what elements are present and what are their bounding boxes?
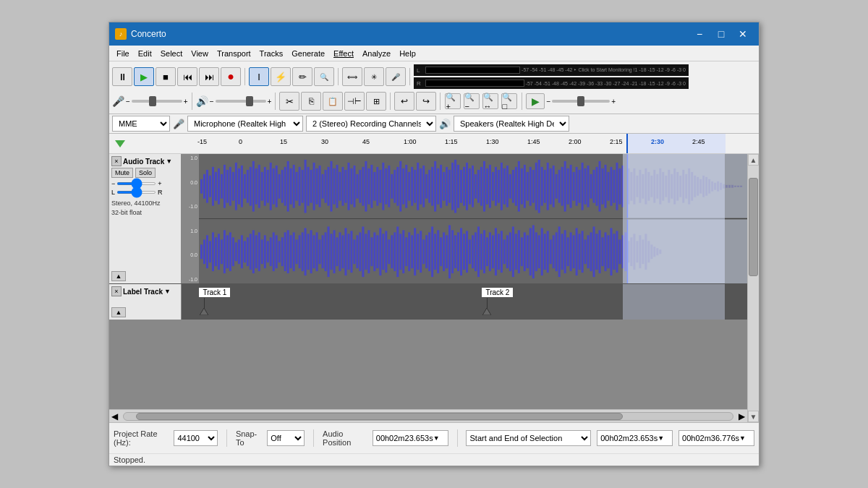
- ruler-label-current: 2:30: [651, 138, 664, 145]
- empty-track-area[interactable]: [109, 320, 747, 409]
- snap-to-select[interactable]: Off: [267, 430, 305, 446]
- scroll-left-btn[interactable]: ◀: [109, 411, 120, 421]
- input-gain-slider[interactable]: [132, 100, 182, 103]
- label-track-close[interactable]: ×: [111, 286, 122, 296]
- menu-analyze[interactable]: Analyze: [358, 48, 395, 59]
- svg-rect-39: [305, 160, 307, 213]
- ruler-label: 1:30: [486, 138, 499, 145]
- minimize-button[interactable]: −: [689, 24, 710, 44]
- silence-button[interactable]: ⊞: [366, 92, 386, 111]
- trim-button[interactable]: ⊣⊢: [344, 92, 365, 111]
- svg-rect-238: [333, 230, 336, 273]
- copy-button[interactable]: ⎘: [301, 92, 321, 111]
- record-button[interactable]: ●: [221, 67, 241, 86]
- svg-rect-113: [518, 161, 520, 212]
- multi-tool[interactable]: ⟺: [342, 67, 362, 86]
- cut-button[interactable]: ✂: [279, 92, 299, 111]
- scroll-right-btn[interactable]: ▶: [736, 411, 747, 421]
- track-gain-slider[interactable]: [116, 182, 156, 185]
- skip-back-button[interactable]: ⏮: [177, 67, 197, 86]
- envelope-tool[interactable]: ⚡: [271, 67, 291, 86]
- svg-rect-114: [521, 168, 523, 205]
- menu-select[interactable]: Select: [156, 48, 187, 59]
- speed-slider[interactable]: [552, 100, 610, 103]
- zoom-sel-button[interactable]: 🔍□: [501, 93, 517, 109]
- selection-mode-select[interactable]: Start and End of Selection: [466, 430, 591, 446]
- zoom-tool[interactable]: 🔍: [314, 67, 334, 86]
- sel-start-display[interactable]: 00h02m23.653s ▼: [597, 430, 673, 446]
- audio-track-expand[interactable]: ▲: [111, 271, 126, 281]
- redo-button[interactable]: ↪: [416, 92, 436, 111]
- track-pan-slider[interactable]: [116, 191, 156, 194]
- menu-view[interactable]: View: [187, 48, 213, 59]
- label-track-1-marker[interactable]: Track 1: [198, 287, 231, 315]
- h-scrollbar[interactable]: [123, 412, 733, 421]
- audio-waveform[interactable]: 1.0 0.0 -1.0 1.0 0.0 -1.0: [182, 154, 747, 283]
- solo-button[interactable]: Solo: [135, 168, 156, 178]
- api-select[interactable]: MME: [112, 116, 170, 132]
- audio-position-display[interactable]: 00h02m23.653s ▼: [373, 430, 448, 446]
- zoom-in-button[interactable]: 🔍+: [445, 93, 461, 109]
- project-rate-select[interactable]: 44100: [174, 430, 218, 446]
- menu-effect[interactable]: Effect: [329, 48, 358, 59]
- position-dropdown[interactable]: ▼: [433, 435, 440, 442]
- svg-rect-210: [252, 230, 255, 273]
- paste-button[interactable]: 📋: [323, 92, 343, 111]
- menu-transport[interactable]: Transport: [213, 48, 255, 59]
- svg-rect-111: [512, 170, 514, 203]
- menu-file[interactable]: File: [112, 48, 134, 59]
- titlebar: ♪ Concerto − □ ✕: [109, 22, 759, 46]
- svg-rect-243: [347, 234, 349, 270]
- input-device-select[interactable]: Microphone (Realtek High Defini: [187, 116, 303, 132]
- svg-rect-248: [362, 226, 364, 277]
- svg-rect-182: [717, 181, 719, 192]
- sel-end-dropdown[interactable]: ▼: [739, 435, 746, 442]
- label-1-text[interactable]: Track 1: [198, 287, 231, 298]
- v-scrollbar-thumb[interactable]: [749, 178, 758, 276]
- draw-tool[interactable]: ✏: [292, 67, 312, 86]
- play-button[interactable]: ▶: [134, 67, 154, 86]
- sel-start-dropdown[interactable]: ▼: [658, 435, 664, 442]
- audio-track-close[interactable]: ×: [111, 156, 122, 166]
- menu-tracks[interactable]: Tracks: [255, 48, 288, 59]
- undo-button[interactable]: ↩: [394, 92, 414, 111]
- stop-button[interactable]: ■: [156, 67, 176, 86]
- menu-edit[interactable]: Edit: [134, 48, 156, 59]
- play-at-speed-button[interactable]: ▶: [526, 93, 545, 109]
- label-track-dropdown[interactable]: ▼: [164, 288, 171, 295]
- svg-rect-234: [322, 235, 324, 268]
- menu-help[interactable]: Help: [395, 48, 420, 59]
- close-button[interactable]: ✕: [733, 24, 753, 44]
- channels-select[interactable]: 2 (Stereo) Recording Channels: [306, 116, 436, 132]
- svg-rect-66: [382, 163, 384, 210]
- label-track-content[interactable]: Track 1 Track 2: [182, 284, 747, 320]
- audio-track-dropdown[interactable]: ▼: [166, 158, 172, 165]
- output-device-select[interactable]: Speakers (Realtek High Defini: [454, 116, 569, 132]
- label-track-expand[interactable]: ▲: [111, 307, 126, 317]
- label-2-text[interactable]: Track 2: [481, 287, 514, 298]
- pause-button[interactable]: ⏸: [112, 67, 132, 86]
- skip-forward-button[interactable]: ⏭: [199, 67, 219, 86]
- output-gain-slider[interactable]: [216, 100, 266, 103]
- menu-generate[interactable]: Generate: [287, 48, 329, 59]
- svg-rect-4: [203, 174, 205, 199]
- maximize-button[interactable]: □: [711, 24, 731, 44]
- scroll-down-btn[interactable]: ▼: [748, 411, 759, 422]
- scroll-up-btn[interactable]: ▲: [748, 154, 759, 166]
- svg-rect-350: [653, 247, 655, 257]
- svg-rect-232: [316, 232, 318, 271]
- h-scrollbar-thumb[interactable]: [136, 413, 624, 420]
- time-shift-tool[interactable]: ✳: [364, 67, 384, 86]
- svg-rect-269: [422, 239, 425, 264]
- out-gain-min: −: [210, 98, 214, 106]
- selection-tool[interactable]: I: [249, 67, 269, 86]
- svg-rect-52: [341, 167, 344, 206]
- sel-end-display[interactable]: 00h02m36.776s ▼: [678, 430, 754, 446]
- label-track-2-marker[interactable]: Track 2: [481, 287, 514, 315]
- zoom-fit-button[interactable]: 🔍↔: [482, 93, 498, 109]
- zoom-out-button[interactable]: 🔍−: [464, 93, 480, 109]
- label-track: × Label Track ▼ ▲ Track 1: [109, 284, 747, 320]
- draw-tool2[interactable]: 🎤: [386, 67, 406, 86]
- svg-rect-216: [270, 237, 272, 266]
- mute-button[interactable]: Mute: [111, 168, 133, 178]
